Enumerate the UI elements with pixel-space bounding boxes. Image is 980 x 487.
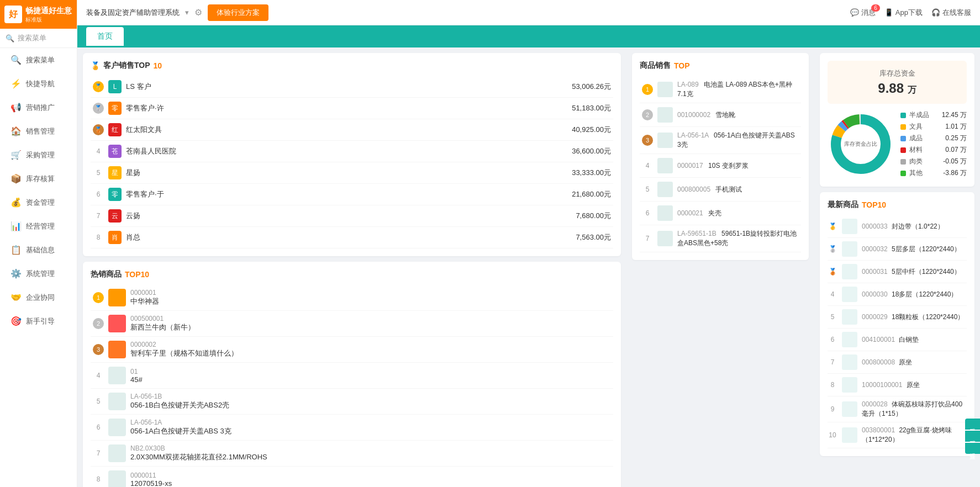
product-code: 01 [130, 368, 611, 375]
sidebar-icon-6: 💰 [10, 197, 22, 208]
product-name-mid: 雪地靴 [715, 111, 735, 119]
newest-code: 0000029 [862, 313, 888, 321]
service-item[interactable]: 🎧 在线客服 [931, 8, 971, 18]
rank-num: 7 [93, 449, 104, 457]
newest-rank: 🥇 [828, 223, 837, 230]
sidebar-item-7[interactable]: 📊经营管理 [0, 214, 77, 238]
sidebar-icon-10: 🤝 [10, 292, 22, 303]
settings-icon[interactable]: ⚙ [194, 7, 202, 18]
float-button[interactable]: 服务社区 [965, 431, 980, 442]
rank-item: 🥉 红 红太阳文具 40,925.00元 [91, 119, 613, 141]
system-title: 装备及固定资产辅助管理系统 [86, 8, 180, 18]
rank-number: 8 [93, 234, 104, 241]
rank-num: 8 [93, 475, 104, 483]
nav-tabs: 首页 [77, 25, 980, 47]
customer-rank-title: 🏅 客户销售TOP 10 [91, 61, 613, 71]
product-rank-item: 5 LA-056-1B 056-1B白色按键开关壳ABS2壳 [91, 389, 613, 415]
rank-item: 4 苍 苍南县人民医院 36,600.00元 [91, 141, 613, 162]
newest-code: 0000033 [862, 223, 888, 230]
sidebar-item-9[interactable]: ⚙️系统管理 [0, 262, 77, 285]
legend-item: 材料 0.07 万 [900, 144, 967, 156]
product-thumb-mid [657, 231, 673, 246]
rank-item: 8 肖 肖总 7,563.00元 [91, 227, 613, 248]
sidebar-search[interactable]: 🔍 搜索菜单 [0, 29, 77, 48]
sidebar-item-8[interactable]: 📋基础信息 [0, 238, 77, 262]
rank-number: 5 [93, 169, 104, 177]
dropdown-icon[interactable]: ▾ [185, 8, 189, 17]
product-code: LA-056-1A [130, 419, 611, 426]
sidebar-item-6[interactable]: 💰资金管理 [0, 190, 77, 214]
rank-num: 1 [93, 292, 104, 303]
inventory-legend: 半成品 12.45 万 文具 1.01 万 成品 0.25 万 材料 0.07 … [900, 109, 967, 179]
message-icon: 💬 [850, 8, 859, 17]
app-download-item[interactable]: 📱 App下载 [884, 8, 923, 18]
try-button[interactable]: 体验行业方案 [208, 4, 268, 21]
product-name: 2.0X30MM双搓花轴搓花直径2.1MM/ROHS [130, 452, 611, 462]
product-thumb-mid [657, 182, 673, 197]
sidebar-item-5[interactable]: 📦库存核算 [0, 167, 77, 190]
rank-num: 2 [93, 318, 104, 329]
legend-dot [900, 159, 906, 165]
sidebar-item-4[interactable]: 🛒采购管理 [0, 143, 77, 167]
rank-num: 3 [93, 344, 104, 355]
product-rank-right-item: 1 LA-089 电池盖 LA-089 ABS本色+黑种 7.1克 [640, 76, 801, 103]
newest-thumb [842, 287, 857, 302]
product-name: 056-1A白色按键开关盖ABS 3克 [130, 426, 611, 436]
message-item[interactable]: 💬 消息 6 [850, 8, 876, 18]
product-info: 000500001 新西兰牛肉（新牛） [130, 315, 611, 332]
newest-info: 004100001 白钢垫 [862, 335, 967, 345]
newest-item: 5 0000029 18颗粒板（1220*2440） [828, 306, 967, 329]
legend-dot [900, 147, 906, 153]
newest-code: 0000030 [862, 290, 888, 298]
newest-thumb [842, 309, 857, 325]
legend-label: 半成品 [909, 110, 939, 120]
rank-item: 5 星 星扬 33,333.00元 [91, 162, 613, 184]
phone-icon: 📱 [884, 8, 893, 17]
topbar-right: 💬 消息 6 📱 App下载 🎧 在线客服 [850, 8, 971, 18]
product-code-mid: LA-056-1A [677, 131, 709, 139]
sidebar-item-1[interactable]: ⚡快捷导航 [0, 72, 77, 96]
newest-item: 🥉 0000031 5层中纤（1220*2440） [828, 261, 967, 283]
rank-num: 5 [642, 186, 653, 193]
sidebar: 好 畅捷通好生意 标准版 🔍 搜索菜单 🔍搜索菜单⚡快捷导航📢营销推广🏠销售管理… [0, 0, 77, 487]
sidebar-item-2[interactable]: 📢营销推广 [0, 96, 77, 119]
float-button[interactable]: 客服热线 [965, 419, 980, 430]
product-name-mid: 手机测试 [715, 186, 742, 193]
product-thumb-mid [657, 133, 673, 148]
product-info: LA-056-1B 056-1B白色按键开关壳ABS2壳 [130, 393, 611, 410]
newest-name: 18颗粒板（1220*2440） [892, 313, 964, 321]
product-thumb-mid [657, 158, 673, 173]
legend-label: 文具 [909, 122, 942, 131]
product-thumb [108, 444, 126, 462]
sidebar-item-10[interactable]: 🤝企业协同 [0, 285, 77, 309]
sidebar-item-0[interactable]: 🔍搜索菜单 [0, 48, 77, 72]
legend-label: 成品 [909, 134, 942, 143]
rank-avatar: L [108, 80, 122, 93]
rank-num: 5 [93, 398, 104, 405]
product-code: 000500001 [130, 315, 611, 322]
newest-name: 封边带（1.0*22） [892, 223, 944, 230]
medal-icon: 🏅 [91, 61, 100, 70]
float-button[interactable]: 直播 [965, 443, 980, 454]
newest-info: 0000029 18颗粒板（1220*2440） [862, 313, 967, 322]
legend-dot [900, 124, 906, 130]
sidebar-item-3[interactable]: 🏠销售管理 [0, 119, 77, 143]
legend-label: 肉类 [909, 157, 940, 166]
product-info: NB2.0X30B 2.0X30MM双搓花轴搓花直径2.1MM/ROHS [130, 444, 611, 462]
product-detail: 001000002 雪地靴 [677, 110, 799, 120]
tab-home[interactable]: 首页 [86, 27, 124, 46]
newest-item: 6 004100001 白钢垫 [828, 329, 967, 351]
legend-value: -0.05 万 [943, 157, 967, 166]
main-area: 装备及固定资产辅助管理系统 ▾ ⚙ 体验行业方案 💬 消息 6 📱 App下载 … [77, 0, 980, 487]
product-info: 0000002 智利车子里（规格不知道填什么） [130, 341, 611, 358]
product-thumb [108, 419, 126, 436]
legend-label: 材料 [909, 145, 942, 155]
product-rank-title: 商品销售 TOP [640, 61, 801, 71]
product-name: 新西兰牛肉（新牛） [130, 322, 611, 332]
newest-item: 🥇 0000033 封边带（1.0*22） [828, 215, 967, 238]
sidebar-item-11[interactable]: 🎯新手引导 [0, 309, 77, 333]
newest-thumb [842, 377, 857, 393]
sidebar-icon-0: 🔍 [10, 55, 22, 65]
product-rank-item: 7 NB2.0X30B 2.0X30MM双搓花轴搓花直径2.1MM/ROHS [91, 441, 613, 467]
legend-dot [900, 113, 906, 118]
